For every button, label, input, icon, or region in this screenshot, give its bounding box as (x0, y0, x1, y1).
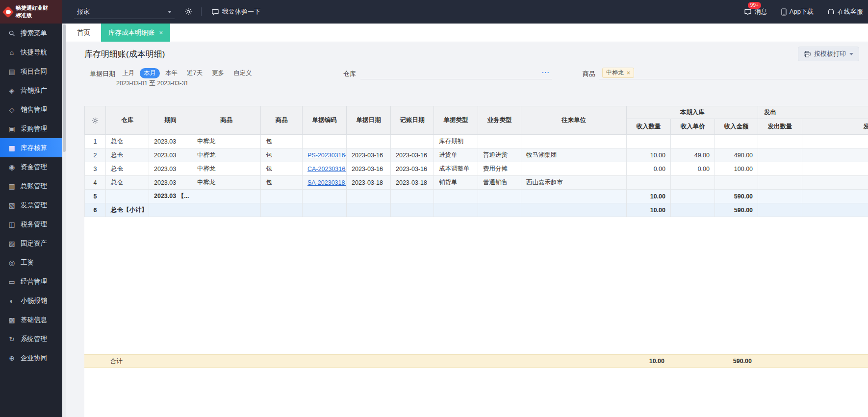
sidebar-item-sales[interactable]: ◇销售管理 (0, 100, 62, 119)
doc-code-link[interactable]: SA-20230318-0 (303, 176, 347, 190)
print-by-template-button[interactable]: 按模板打印 (798, 47, 859, 61)
table-row[interactable]: 2总仓2023.03中桦龙包PS-20230316-02023-03-16202… (85, 148, 868, 162)
total-cell (390, 355, 434, 368)
tag-remove-icon[interactable]: × (627, 70, 630, 76)
search-icon (7, 30, 16, 37)
tab-inventory-cost-detail[interactable]: 库存成本明细账 × (101, 24, 170, 42)
cell-unit: 包 (261, 162, 303, 176)
table-row[interactable]: 1总仓2023.03中桦龙包库存期初 (85, 135, 868, 148)
sidebar-item-quick-nav[interactable]: ⌂快捷导航 (0, 43, 62, 62)
date-option[interactable]: 上月 (118, 68, 138, 78)
funds-icon: ◉ (7, 163, 16, 171)
sidebar-item-tax[interactable]: ◫税务管理 (0, 215, 62, 234)
cell-period: 2023.03 (149, 162, 192, 176)
sidebar-item-fixed-assets[interactable]: ▨固定资产 (0, 234, 62, 253)
experience-label: 我要体验一下 (222, 7, 260, 16)
table-row[interactable]: 4总仓2023.03中桦龙包SA-20230318-02023-03-18202… (85, 176, 868, 190)
sidebar-item-funds[interactable]: ◉资金管理 (0, 157, 62, 176)
settings-gear-button[interactable] (184, 8, 192, 16)
total-cell (434, 355, 478, 368)
sidebar-item-base-info[interactable]: ▩基础信息 (0, 310, 62, 329)
cell-out_price (802, 190, 868, 203)
date-option[interactable]: 更多 (208, 68, 228, 78)
col-header-product: 商品 (192, 106, 261, 135)
cell-book_date: 2023-03-16 (391, 162, 434, 176)
cell-product: 中桦龙 (192, 148, 261, 162)
sidebar-item-search[interactable]: 搜索菜单 (0, 24, 62, 43)
app-edition: 标准版 (16, 12, 48, 19)
table-row[interactable]: 52023.03 【...10.00590.00 (85, 190, 868, 203)
cell-warehouse: 总仓 (106, 176, 149, 190)
sidebar-item-payroll[interactable]: ◎工资 (0, 253, 62, 272)
date-option[interactable]: 自定义 (230, 68, 256, 78)
cell-product: 中桦龙 (192, 135, 261, 148)
gear-icon (184, 8, 192, 16)
sidebar-item-inventory[interactable]: ▦库存核算 (0, 138, 62, 157)
cell-period: 2023.03 (149, 135, 192, 148)
print-button-label: 按模板打印 (814, 49, 846, 58)
product-input[interactable]: 中桦龙 × (599, 67, 868, 79)
operations-icon: ▭ (7, 278, 16, 286)
cell-out_qty (758, 148, 802, 162)
date-option[interactable]: 本年 (161, 68, 181, 78)
date-option[interactable]: 近7天 (183, 68, 206, 78)
cell-num: 6 (85, 203, 106, 217)
cell-qty: 10.00 (627, 148, 671, 162)
product-tag[interactable]: 中桦龙 × (602, 68, 634, 78)
cell-doc_date (347, 190, 391, 203)
cell-out_qty (758, 162, 802, 176)
sidebar-item-invoice[interactable]: ▧发票管理 (0, 196, 62, 215)
doc-code-link[interactable]: CA-20230316-0 (303, 162, 347, 176)
cell-price (671, 190, 715, 203)
online-service-button[interactable]: 在线客服 (827, 7, 863, 16)
total-row: 合计10.00590.00 (84, 354, 868, 368)
app-download-button[interactable]: App下载 (781, 7, 814, 16)
total-cell (149, 355, 192, 368)
experience-button[interactable]: 我要体验一下 (211, 7, 260, 16)
topbar-right: 99+ 消息 App下载 在线客服 (744, 7, 868, 16)
sidebar-item-project-contract[interactable]: ▤项目合同 (0, 62, 62, 81)
scrollbar-thumb[interactable] (63, 25, 66, 152)
base-info-icon: ▩ (7, 316, 16, 324)
tab-home[interactable]: 首页 (66, 24, 101, 42)
cell-warehouse: 总仓 (106, 162, 149, 176)
app-logo-text: 畅捷通好业财 标准版 (16, 4, 48, 19)
tab-close-icon[interactable]: × (159, 29, 163, 36)
more-options-icon[interactable]: ··· (542, 69, 550, 76)
cell-doc_type (434, 190, 478, 203)
messages-button[interactable]: 99+ 消息 (744, 7, 767, 16)
cell-price (671, 203, 715, 217)
column-settings-button[interactable] (85, 106, 106, 135)
warehouse-input[interactable]: ··· (360, 67, 552, 79)
cell-out_qty (758, 203, 802, 217)
topbar: 报家 我要体验一下 99+ 消息 App下载 在线客服 (62, 0, 868, 24)
cell-unit (261, 190, 303, 203)
cell-period (149, 203, 192, 217)
doc-code-link[interactable]: PS-20230316-0 (303, 148, 347, 162)
cell-qty: 10.00 (627, 190, 671, 203)
sidebar-item-operations[interactable]: ▭经营管理 (0, 272, 62, 291)
account-selector[interactable]: 报家 (74, 5, 175, 19)
sidebar-item-label: 采购管理 (21, 124, 47, 133)
col-group-inbound: 本期入库 (627, 106, 758, 119)
cell-doc_type: 销货单 (434, 176, 478, 190)
table-row[interactable]: 6总仓【小计】10.00590.00 (85, 203, 868, 217)
sidebar-item-purchase[interactable]: ▣采购管理 (0, 119, 62, 138)
sidebar-item-collaboration[interactable]: ⊕企业协同 (0, 348, 62, 368)
cell-warehouse: 总仓 (106, 135, 149, 148)
sidebar-scrollbar[interactable] (62, 24, 66, 417)
chevron-down-icon (168, 11, 172, 15)
col-header-out_price: 发出单价 (802, 119, 868, 135)
sidebar-item-general-ledger[interactable]: ▥总账管理 (0, 176, 62, 196)
table-row[interactable]: 3总仓2023.03中桦龙包CA-20230316-02023-03-16202… (85, 162, 868, 176)
printer-icon (804, 51, 811, 57)
date-option[interactable]: 本月 (140, 68, 160, 78)
sidebar-item-expense[interactable]: ◐小畅报销 (0, 291, 62, 310)
invoice-icon: ▧ (7, 201, 16, 209)
sidebar-item-marketing[interactable]: ◈营销推广 (0, 81, 62, 100)
cell-out_qty (758, 176, 802, 190)
table-header: 仓库期间商品商品单据编码单据日期记账日期单据类型业务类型往来单位本期入库发出收入… (85, 106, 868, 135)
cell-price (671, 176, 715, 190)
product-tag-label: 中桦龙 (606, 69, 624, 77)
sidebar-item-system[interactable]: ↻系统管理 (0, 329, 62, 348)
